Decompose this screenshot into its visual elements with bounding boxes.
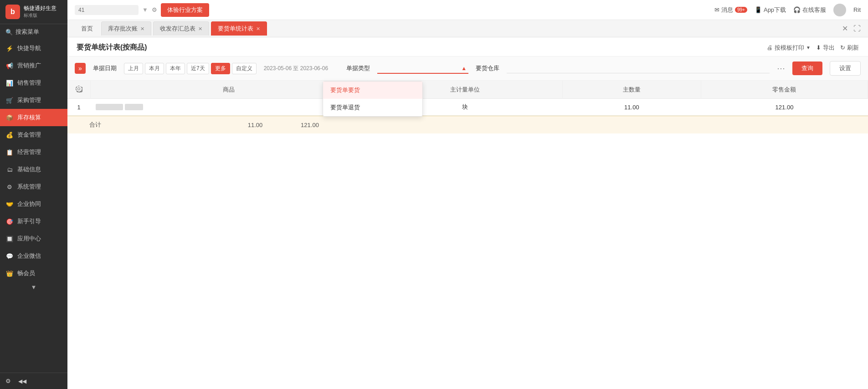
sidebar-item-label-wechat: 企业微信 xyxy=(17,252,41,260)
page-header: 要货单统计表(按商品) 🖨 按模板打印 ▼ ⬇ 导出 ↻ 刷新 xyxy=(67,37,868,56)
sidebar-item-system[interactable]: ⚙ 系统管理 xyxy=(0,178,67,195)
sidebar-item-icon-marketing: 📢 xyxy=(5,61,14,70)
industry-btn[interactable]: 体验行业方案 xyxy=(161,3,209,17)
sidebar-bottom: ⚙ ◀◀ xyxy=(0,373,67,389)
this-year-btn[interactable]: 本年 xyxy=(166,63,185,74)
sidebar-item-label-finance: 资金管理 xyxy=(17,131,41,139)
print-btn[interactable]: 🖨 按模板打印 ▼ xyxy=(767,44,811,52)
filter-toggle-btn[interactable]: » xyxy=(75,63,86,74)
more-dates-btn[interactable]: 更多 xyxy=(211,63,230,74)
sidebar-item-operations[interactable]: 📋 经营管理 xyxy=(0,143,67,161)
search-icon: 🔍 xyxy=(5,29,13,36)
last-7-days-btn[interactable]: 近7天 xyxy=(187,63,209,74)
dropdown-item-order[interactable]: 要货单要货 xyxy=(323,82,422,99)
tabs-list: 首页库存批次账✕收发存汇总表✕要货单统计表✕ xyxy=(75,21,840,36)
tab-batch-account[interactable]: 库存批次账✕ xyxy=(101,21,151,36)
message-icon: ✉ xyxy=(714,6,719,13)
sidebar-item-label-system: 系统管理 xyxy=(17,183,41,191)
sidebar-item-enterprise[interactable]: 🤝 企业协同 xyxy=(0,195,67,213)
type-filter-label: 单据类型 xyxy=(346,64,370,72)
topbar-right: ✉ 消息 99+ 📱 App下载 🎧 在线客服 Rit xyxy=(714,4,861,16)
search-menu-item[interactable]: 🔍 搜索菜单 xyxy=(0,24,67,40)
sidebar-item-basic[interactable]: 🗂 基础信息 xyxy=(0,161,67,178)
topbar: ▼ ⚙ 体验行业方案 ✉ 消息 99+ 📱 App下载 🎧 在线客服 Rit xyxy=(67,0,868,20)
refresh-btn[interactable]: ↻ 刷新 xyxy=(840,44,859,52)
export-btn[interactable]: ⬇ 导出 xyxy=(816,44,835,52)
table-header-row: 商品 主计量单位 主数量 零售金额 xyxy=(67,81,868,99)
filter-more-icon[interactable]: ⋯ xyxy=(777,64,785,72)
tab-receive-summary[interactable]: 收发存汇总表✕ xyxy=(153,21,209,36)
sidebar-item-icon-operations: 📋 xyxy=(5,148,14,156)
table-footer: 合计 11.00 121.00 xyxy=(67,116,868,133)
sidebar-logo: b 畅捷通好生意 标准版 xyxy=(0,0,67,24)
online-service-btn[interactable]: 🎧 在线客服 xyxy=(793,6,826,14)
sidebar-item-quick-nav[interactable]: ⚡ 快捷导航 xyxy=(0,40,67,57)
app-download-btn[interactable]: 📱 App下载 xyxy=(755,6,786,14)
breadcrumb-input[interactable] xyxy=(75,5,139,15)
cell-amount-0: 121.00 xyxy=(701,99,868,116)
footer-amount: 121.00 xyxy=(282,122,337,128)
tab-label-home: 首页 xyxy=(81,25,93,33)
user-avatar[interactable] xyxy=(833,4,846,16)
tab-close-order-stats[interactable]: ✕ xyxy=(256,26,260,32)
sidebar-item-member[interactable]: 👑 畅会员 xyxy=(0,265,67,282)
settings-gear-icon[interactable]: ⚙ xyxy=(152,6,157,13)
sidebar-nav: ⚡ 快捷导航 📢 营销推广 📊 销售管理 🛒 采购管理 📦 库存核算 💰 资金管… xyxy=(0,40,67,282)
sidebar-item-guide[interactable]: 🎯 新手引导 xyxy=(0,213,67,230)
app-icon: 📱 xyxy=(755,6,762,13)
last-month-btn[interactable]: 上月 xyxy=(124,63,143,74)
sidebar-item-icon-member: 👑 xyxy=(5,269,14,277)
query-btn[interactable]: 查询 xyxy=(792,61,822,75)
tab-close-batch-account[interactable]: ✕ xyxy=(140,26,144,32)
data-table: 商品 主计量单位 主数量 零售金额 1 块 11.00 121.00 xyxy=(67,81,868,116)
sidebar-item-label-inventory: 库存核算 xyxy=(17,113,41,122)
type-select[interactable] xyxy=(377,63,468,74)
sidebar: b 畅捷通好生意 标准版 🔍 搜索菜单 ⚡ 快捷导航 📢 营销推广 📊 销售管理… xyxy=(0,0,67,389)
service-icon: 🎧 xyxy=(793,6,801,13)
scroll-down-btn[interactable]: ▼ xyxy=(0,282,67,292)
messages-btn[interactable]: ✉ 消息 99+ xyxy=(714,6,747,14)
expand-icon[interactable]: ✕ xyxy=(842,24,848,33)
type-select-wrap: ▲ xyxy=(377,63,468,74)
type-chevron-icon: ▲ xyxy=(461,65,467,72)
sidebar-item-icon-quick-nav: ⚡ xyxy=(5,44,14,52)
sidebar-item-wechat[interactable]: 💬 企业微信 xyxy=(0,247,67,265)
tab-home[interactable]: 首页 xyxy=(75,22,99,36)
sidebar-item-icon-finance: 💰 xyxy=(5,131,14,139)
sidebar-item-label-apps: 应用中心 xyxy=(17,235,41,243)
sidebar-item-sales[interactable]: 📊 销售管理 xyxy=(0,74,67,92)
collapse-icon[interactable]: ◀◀ xyxy=(18,378,26,384)
warehouse-input[interactable] xyxy=(507,63,770,73)
print-icon: 🖨 xyxy=(767,44,773,51)
sidebar-item-finance[interactable]: 💰 资金管理 xyxy=(0,126,67,143)
type-dropdown: 要货单要货 要货单退货 xyxy=(323,81,423,117)
dropdown-item-return[interactable]: 要货单退货 xyxy=(323,99,422,116)
fullscreen-icon[interactable]: ⛶ xyxy=(853,25,861,33)
sidebar-item-icon-system: ⚙ xyxy=(5,183,14,191)
sidebar-item-icon-apps: 🔲 xyxy=(5,235,14,243)
sidebar-item-purchase[interactable]: 🛒 采购管理 xyxy=(0,92,67,109)
tab-order-stats[interactable]: 要货单统计表✕ xyxy=(211,21,267,36)
sidebar-item-marketing[interactable]: 📢 营销推广 xyxy=(0,57,67,74)
sidebar-item-label-purchase: 采购管理 xyxy=(17,96,41,104)
tab-label-receive-summary: 收发存汇总表 xyxy=(160,25,195,33)
table-body: 1 块 11.00 121.00 xyxy=(67,99,868,116)
tab-close-receive-summary[interactable]: ✕ xyxy=(198,26,202,32)
sidebar-item-inventory[interactable]: 📦 库存核算 xyxy=(0,109,67,126)
refresh-icon: ↻ xyxy=(840,44,845,51)
col-settings[interactable] xyxy=(67,81,90,99)
filter-settings-btn[interactable]: 设置 xyxy=(830,61,861,76)
page-actions: 🖨 按模板打印 ▼ ⬇ 导出 ↻ 刷新 xyxy=(767,44,859,52)
this-month-btn[interactable]: 本月 xyxy=(145,63,164,74)
footer-qty: 11.00 xyxy=(228,122,282,128)
app-logo-text: 畅捷通好生意 标准版 xyxy=(24,5,56,19)
topbar-left: ▼ ⚙ 体验行业方案 xyxy=(75,3,709,17)
col-amount: 零售金额 xyxy=(701,81,868,99)
col-qty: 主数量 xyxy=(562,81,701,99)
settings-icon[interactable]: ⚙ xyxy=(5,378,11,384)
export-icon: ⬇ xyxy=(816,44,821,51)
sidebar-item-icon-inventory: 📦 xyxy=(5,113,14,122)
sidebar-item-apps[interactable]: 🔲 应用中心 xyxy=(0,230,67,247)
sidebar-item-label-marketing: 营销推广 xyxy=(17,61,41,70)
custom-date-btn[interactable]: 自定义 xyxy=(232,63,257,74)
